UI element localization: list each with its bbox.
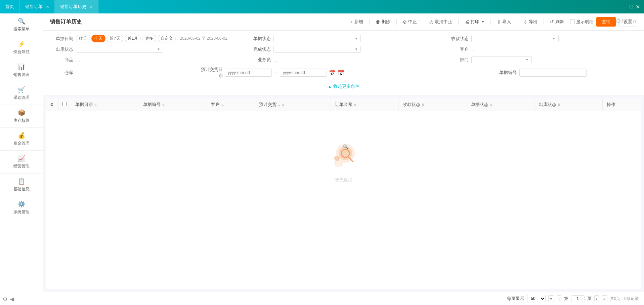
completion-select[interactable]: ▼ <box>273 46 361 53</box>
sidebar-item-purchase-mgmt[interactable]: 🛒 采购管理 <box>0 82 43 105</box>
close-window-btn[interactable]: ✕ <box>636 4 640 10</box>
th-check[interactable] <box>58 98 71 111</box>
salesperson-dots[interactable]: ... <box>273 57 278 63</box>
tab-sales-order-history[interactable]: 销售订单历史✕ <box>55 0 98 13</box>
sidebar-item-search-menu[interactable]: 🔍 搜索菜单 <box>0 13 43 36</box>
label-cancel-stop-btn: 取消中止 <box>435 19 452 25</box>
icon-export-btn: ⇩ <box>523 19 527 25</box>
date-btn-more[interactable]: 更多 <box>142 35 156 42</box>
th-out-status[interactable]: 出库状态⇅ <box>534 98 602 111</box>
dept-select-arrow: ▼ <box>525 58 529 62</box>
th-number[interactable]: 单据编号⇅ <box>139 98 207 111</box>
empty-cell: 🔍 暂无数据 <box>46 111 641 211</box>
date-separator: — <box>274 70 278 75</box>
dept-select[interactable]: ▼ <box>471 56 532 63</box>
receipt-select[interactable]: ▼ <box>471 35 559 42</box>
toolbar: +新增🗑删除⊘中止◎取消中止🖨打印▼⇧导入⇩导出↺刷新显示明细查询设置 <box>347 17 637 27</box>
new-btn[interactable]: +新增 <box>347 17 367 26</box>
export-btn[interactable]: ⇩导出 <box>520 17 541 26</box>
sidebar-label-finance: 资金管理 <box>13 141 30 146</box>
display-toggle[interactable]: 显示明细 <box>570 19 594 25</box>
date-btn-today[interactable]: 昨天 <box>76 35 90 42</box>
next-page-btn[interactable]: › <box>594 295 599 302</box>
icon-new-btn: + <box>350 19 353 25</box>
sidebar-item-quick-nav[interactable]: ⚡ 快捷导航 <box>0 36 43 59</box>
calendar-icon-from[interactable]: 📅 <box>329 70 336 76</box>
filter-group-order-number: 单据编号 <box>493 69 637 77</box>
order-number-input[interactable] <box>519 69 587 77</box>
prev-page-btn[interactable]: ‹ <box>557 295 561 302</box>
select-all-checkbox[interactable] <box>62 102 67 106</box>
toolbar-divider-5 <box>517 19 517 25</box>
tab-home[interactable]: 首页 <box>0 0 20 13</box>
sidebar-icon-sales-mgmt: 📊 <box>18 63 25 71</box>
cancel-stop-btn[interactable]: ◎取消中止 <box>426 17 456 26</box>
tab-label-sales-order-history: 销售订单历史 <box>60 4 86 10</box>
sort-icon-bill-status: ⇅ <box>490 103 492 107</box>
tab-close-sales-order[interactable]: ✕ <box>46 5 49 9</box>
delete-btn[interactable]: 🗑删除 <box>372 17 394 26</box>
sidebar-icon-search-menu: 🔍 <box>18 17 25 25</box>
main-layout: 🔍 搜索菜单 ⚡ 快捷导航 📊 销售管理 🛒 采购管理 📦 库存核算 💰 资金管… <box>0 13 644 305</box>
col-label-number: 单据编号 <box>143 102 161 107</box>
settings-btn-toolbar[interactable]: 设置 <box>618 17 637 27</box>
calendar-icon-to[interactable]: 📅 <box>338 70 344 76</box>
label-export-btn: 导出 <box>529 19 538 25</box>
collapse-more-btn[interactable]: ▲ 收起更多条件 <box>50 82 637 91</box>
table-header-row: ⚙ 单据日期⇅单据编号⇅客户⇅预计交货...⇅订单金额⇅收款状态⇅单据状态⇅出库… <box>46 98 641 111</box>
first-page-btn[interactable]: « <box>548 295 554 302</box>
th-settings[interactable]: ⚙ <box>46 98 58 111</box>
th-bill-status[interactable]: 单据状态⇅ <box>467 98 534 111</box>
sidebar-bottom: ⚙ ◀ <box>0 293 43 305</box>
sidebar-settings-btn[interactable]: ⚙ <box>3 296 7 302</box>
sidebar-label-basic-info: 基础信息 <box>13 186 30 192</box>
sidebar-collapse-btn[interactable]: ◀ <box>10 296 14 302</box>
last-page-btn[interactable]: » <box>602 295 607 302</box>
stop-btn[interactable]: ⊘中止 <box>399 17 420 26</box>
delivery-date-to[interactable] <box>280 69 327 77</box>
outbound-select-arrow: ▼ <box>157 47 160 51</box>
sidebar-icon-purchase-mgmt: 🛒 <box>18 86 25 93</box>
th-customer[interactable]: 客户⇅ <box>207 98 255 111</box>
page-number-input[interactable] <box>571 295 585 302</box>
status-select[interactable]: ▼ <box>273 35 361 42</box>
maximize-btn[interactable]: □ <box>630 4 633 10</box>
date-btn-custom[interactable]: 自定义 <box>158 35 176 42</box>
sidebar-item-sales-mgmt[interactable]: 📊 销售管理 <box>0 59 43 82</box>
import-btn[interactable]: ⇧导入 <box>493 17 514 26</box>
tab-sales-order[interactable]: 销售订单✕ <box>20 0 55 13</box>
minimize-btn[interactable]: — <box>621 4 627 10</box>
th-amount[interactable]: 订单金额⇅ <box>331 98 399 111</box>
outbound-select[interactable]: ▼ <box>76 46 163 53</box>
warehouse-dots[interactable]: ... <box>76 70 80 76</box>
sort-icon-delivery: ⇅ <box>282 103 284 107</box>
sidebar-item-system-mgmt[interactable]: ⚙️ 系统管理 <box>0 196 43 219</box>
sort-icon-out-status: ⇅ <box>558 103 560 107</box>
toolbar-divider-6 <box>544 19 544 25</box>
customer-dots[interactable]: ... <box>471 46 476 52</box>
display-checkbox[interactable] <box>570 20 575 24</box>
receipt-select-arrow: ▼ <box>552 37 556 40</box>
status-select-arrow: ▼ <box>354 37 358 40</box>
sidebar-item-finance[interactable]: 💰 资金管理 <box>0 128 43 151</box>
th-receipt-status[interactable]: 收款状态⇅ <box>399 98 467 111</box>
th-date[interactable]: 单据日期⇅ <box>71 98 139 111</box>
delivery-date-from[interactable] <box>225 69 272 77</box>
query-btn[interactable]: 查询 <box>596 17 616 27</box>
sidebar: 🔍 搜索菜单 ⚡ 快捷导航 📊 销售管理 🛒 采购管理 📦 库存核算 💰 资金管… <box>0 13 43 305</box>
product-dots[interactable]: ... <box>76 57 80 63</box>
order-number-label: 单据编号 <box>493 70 517 76</box>
tab-close-sales-order-history[interactable]: ✕ <box>90 5 93 9</box>
th-delivery[interactable]: 预计交货...⇅ <box>255 98 331 111</box>
date-btn-1month[interactable]: 近1月 <box>125 35 141 42</box>
refresh-btn[interactable]: ↺刷新 <box>547 17 567 26</box>
collapse-label: 收起更多条件 <box>333 83 359 89</box>
date-btn-3days[interactable]: 今天 <box>91 35 105 42</box>
date-btn-7days[interactable]: 近7天 <box>107 35 123 42</box>
sidebar-item-basic-info[interactable]: 📋 基础信息 <box>0 174 43 196</box>
page-size-select[interactable]: 50 10 20 100 <box>527 295 546 302</box>
label-refresh-btn: 刷新 <box>555 19 564 25</box>
sidebar-item-inventory[interactable]: 📦 库存核算 <box>0 105 43 128</box>
sidebar-item-operations[interactable]: 📈 经营管理 <box>0 151 43 174</box>
print-btn[interactable]: 🖨打印▼ <box>461 17 488 26</box>
